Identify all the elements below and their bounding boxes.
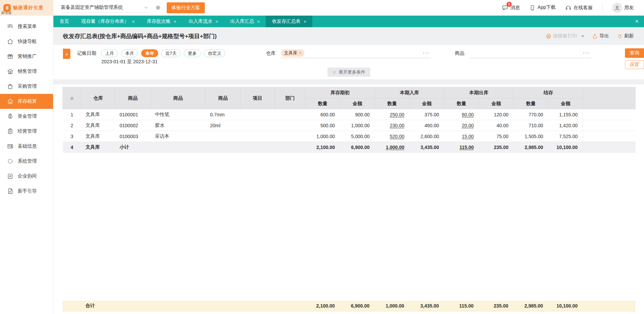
expand-more-conditions-button[interactable]: 展开更多条件 — [328, 68, 370, 77]
sidebar-item-9[interactable]: 基础信息 — [0, 139, 53, 154]
sub-header[interactable]: 数量 — [514, 98, 548, 109]
sub-header[interactable]: 金额 — [548, 98, 583, 109]
value-cell[interactable]: 20.00 — [444, 120, 479, 131]
table-row[interactable]: 1文具库0100001中性笔0.7mm600.00900.00250.00375… — [63, 109, 635, 120]
tab-1[interactable]: 首页 — [53, 16, 75, 27]
drilldown-link[interactable]: 230.00 — [390, 123, 404, 128]
date-pill-2[interactable]: 本月 — [121, 49, 138, 57]
column-header[interactable]: 部门 — [275, 87, 306, 109]
product-input[interactable]: ··· — [469, 49, 591, 58]
settings-button[interactable]: 设置 — [625, 60, 644, 69]
sidebar-item-11[interactable]: 企业协同 — [0, 169, 53, 184]
messages-badge: 6 — [507, 2, 512, 7]
print-options-chevron-icon[interactable] — [580, 34, 585, 38]
export-button[interactable]: 导出 — [592, 33, 609, 39]
date-pill-5[interactable]: 更多 — [184, 49, 201, 57]
value-cell: 6,900.00 — [340, 142, 375, 153]
tab-close-icon[interactable]: × — [132, 19, 135, 24]
cell — [241, 120, 275, 131]
sub-header[interactable]: 数量 — [375, 98, 410, 109]
tab-4[interactable]: 出入库流水× — [182, 16, 224, 27]
column-header[interactable]: 商品 — [115, 87, 151, 109]
drilldown-link[interactable]: 15.00 — [462, 134, 474, 139]
page-title: 收发存汇总表(按仓库+商品编码+商品+规格型号+项目+部门) — [63, 32, 217, 40]
sidebar-item-2[interactable]: 快捷导航 — [0, 34, 53, 49]
date-pill-3[interactable]: 本年 — [141, 49, 158, 57]
column-header[interactable]: 商品 — [206, 87, 241, 109]
sub-header[interactable]: 数量 — [306, 98, 340, 109]
date-range-value[interactable]: 2023-01-01 至 2023-12-31 — [101, 59, 266, 65]
close-all-tabs-button[interactable]: × — [630, 16, 644, 27]
drilldown-link[interactable]: 1,000.00 — [386, 145, 404, 150]
refresh-button[interactable]: 刷新 — [617, 33, 634, 39]
value-cell[interactable]: 230.00 — [375, 120, 410, 131]
value-cell[interactable]: 80.00 — [444, 109, 479, 120]
warehouse-input[interactable]: 文具库 × ··· — [280, 49, 431, 58]
tab-6[interactable]: 收发存汇总表× — [266, 16, 312, 27]
value-cell: 75.00 — [479, 131, 514, 142]
chevron-down-icon — [580, 34, 585, 38]
logo[interactable]: 6 畅捷通好生意 标准版 — [0, 0, 53, 16]
sidebar-item-4[interactable]: 销售管理 — [0, 64, 53, 79]
tab-3[interactable]: 库存批次账× — [141, 16, 183, 27]
total-value: 2,985.00 — [513, 301, 548, 312]
product-picker-ellipsis-icon[interactable]: ··· — [583, 51, 590, 55]
sidebar-item-8[interactable]: 经营管理 — [0, 124, 53, 139]
sub-header[interactable]: 金额 — [340, 98, 375, 109]
column-settings-icon[interactable] — [63, 87, 81, 109]
sidebar-item-7[interactable]: 资金管理 — [0, 109, 53, 124]
sidebar-item-1[interactable]: 搜索菜单 — [0, 19, 53, 34]
sidebar-item-label: 采购管理 — [18, 83, 37, 89]
drilldown-link[interactable]: 20.00 — [462, 123, 474, 128]
tab-close-icon[interactable]: × — [215, 19, 218, 24]
drilldown-link[interactable]: 80.00 — [462, 112, 474, 117]
sidebar-item-3[interactable]: 营销推广 — [0, 49, 53, 64]
query-button[interactable]: 查询 — [625, 48, 644, 58]
drilldown-link[interactable]: 520.00 — [390, 134, 404, 139]
sidebar-item-12[interactable]: 新手引导 — [0, 184, 53, 199]
table-row[interactable]: 2文具库0100002胶水20ml500.001,000.00230.00460… — [63, 120, 635, 131]
messages-button[interactable]: 消息 6 — [502, 4, 520, 11]
value-cell[interactable]: 115.00 — [444, 142, 479, 153]
print-by-template-button[interactable]: 按模板打印 — [546, 33, 577, 39]
date-pill-1[interactable]: 上月 — [101, 49, 118, 57]
sidebar-item-6[interactable]: 库存核算 — [0, 94, 53, 109]
system-select-dropdown[interactable]: 装备及固定资产辅助管理系统 — [61, 3, 149, 13]
trial-industry-button[interactable]: 体验行业方案 — [167, 2, 205, 13]
sidebar-item-5[interactable]: 采购管理 — [0, 79, 53, 94]
table-row-subtotal[interactable]: 4文具库小计2,100.006,900.001,000.003,435.0011… — [63, 142, 635, 153]
user-menu[interactable]: 用友 — [612, 3, 634, 13]
warehouse-picker-ellipsis-icon[interactable]: ··· — [423, 51, 430, 55]
sub-header[interactable]: 金额 — [479, 98, 514, 109]
value-cell[interactable]: 250.00 — [375, 109, 410, 120]
tab-close-icon[interactable]: × — [174, 19, 177, 24]
value-cell[interactable]: 1,000.00 — [375, 142, 410, 153]
tab-close-icon[interactable]: × — [303, 19, 306, 24]
tab-2[interactable]: 现存量（库存分布表）× — [75, 16, 141, 27]
remove-warehouse-tag-icon[interactable]: × — [299, 51, 301, 55]
table-row[interactable]: 3文具库0100003采访本1,000.005,000.00520.002,60… — [63, 131, 635, 142]
tab-close-icon[interactable]: × — [257, 19, 260, 24]
filler-cell — [583, 131, 635, 142]
date-pill-4[interactable]: 近7天 — [161, 49, 181, 57]
drilldown-link[interactable]: 115.00 — [459, 145, 474, 150]
sub-header[interactable]: 数量 — [444, 98, 479, 109]
column-header[interactable]: 项目 — [241, 87, 275, 109]
filler-cell — [583, 142, 635, 153]
column-header[interactable]: 商品 — [151, 87, 206, 109]
sub-header[interactable]: 金额 — [410, 98, 444, 109]
online-support-button[interactable]: 在线客服 — [565, 4, 593, 11]
drilldown-link[interactable]: 250.00 — [390, 112, 404, 117]
app-download-button[interactable]: App下载 — [529, 4, 556, 11]
column-header[interactable]: 仓库 — [81, 87, 115, 109]
cell: 中性笔 — [151, 109, 206, 120]
value-cell: 710.00 — [514, 120, 548, 131]
date-pill-6[interactable]: 自定义 — [204, 49, 225, 57]
tab-5[interactable]: 出入库汇总× — [224, 16, 266, 27]
value-cell[interactable]: 520.00 — [375, 131, 410, 142]
sidebar-item-10[interactable]: 系统管理 — [0, 154, 53, 169]
collapse-filter-handle[interactable]: » — [63, 49, 70, 59]
value-cell[interactable]: 15.00 — [444, 131, 479, 142]
report-table-card: 仓库商品商品商品项目部门库存期初本期入库本期出库结存数量金额数量金额数量金额数量… — [53, 84, 644, 314]
gear-icon[interactable] — [155, 4, 161, 11]
